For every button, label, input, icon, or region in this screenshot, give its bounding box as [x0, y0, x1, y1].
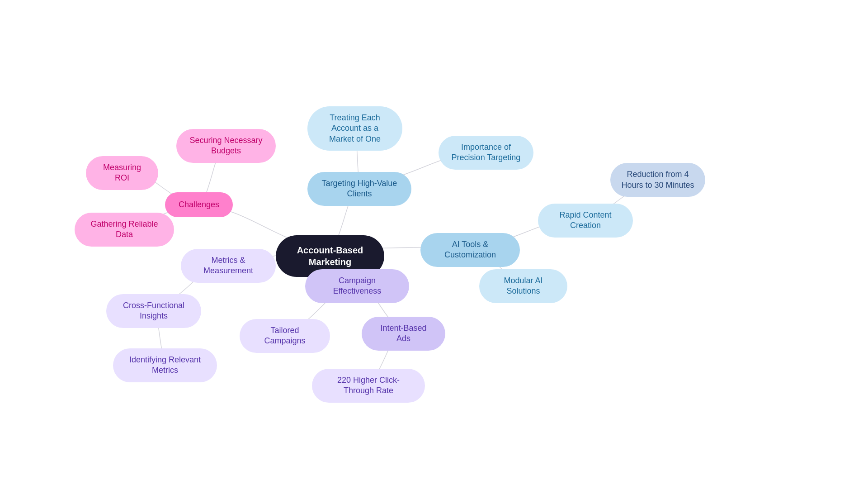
node-reduction: Reduction from 4 Hours to 30 Minutes [610, 163, 705, 197]
node-tailored_campaigns: Tailored Campaigns [240, 319, 330, 353]
node-rapid_content: Rapid Content Creation [538, 204, 633, 238]
node-metrics_measurement: Metrics & Measurement [181, 249, 276, 283]
node-intent_based_ads: Intent-Based Ads [362, 317, 445, 351]
node-modular_ai: Modular AI Solutions [479, 269, 567, 303]
node-importance_precision: Importance of Precision Targeting [439, 136, 533, 170]
node-treating_account: Treating Each Account as a Market of One [307, 106, 402, 151]
node-challenges: Challenges [165, 192, 233, 217]
node-higher_ctr: 220 Higher Click-Through Rate [312, 369, 425, 403]
mindmap-container: Account-Based MarketingChallengesSecurin… [0, 0, 868, 490]
node-ai_tools: AI Tools & Customization [420, 233, 520, 267]
node-gathering_data: Gathering Reliable Data [75, 213, 174, 247]
node-campaign_effectiveness: Campaign Effectiveness [305, 269, 409, 303]
node-targeting_clients: Targeting High-Value Clients [307, 172, 411, 206]
node-cross_functional: Cross-Functional Insights [106, 294, 201, 328]
node-identifying_metrics: Identifying Relevant Metrics [113, 348, 217, 382]
node-securing_budgets: Securing Necessary Budgets [176, 129, 276, 163]
node-measuring_roi: Measuring ROI [86, 156, 158, 190]
